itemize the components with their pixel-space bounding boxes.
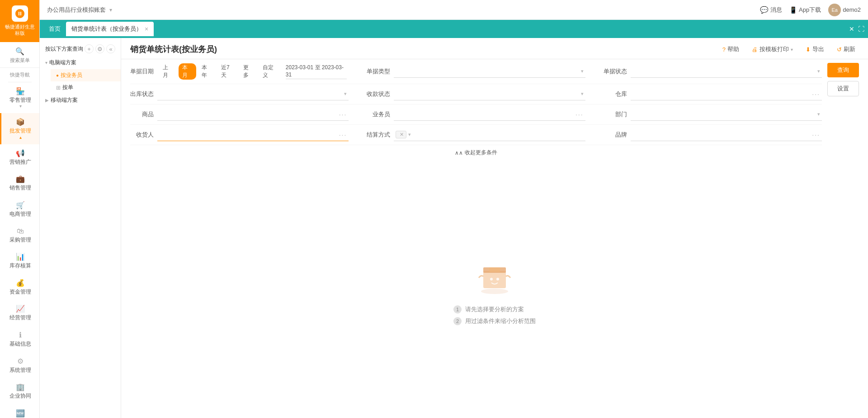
docstatus-input[interactable]: ▾ <box>631 65 822 78</box>
sidebar-item-ecommerce[interactable]: 🛒 电商管理 <box>0 196 39 223</box>
content-area: 按以下方案查询 + ⚙ « ▾ 电脑端方案 ● 按业务员 <box>40 38 868 418</box>
message-btn[interactable]: 💬 消息 <box>760 6 782 14</box>
nav-label: 批发管理 <box>9 128 31 135</box>
outstatus-arrow-icon: ▾ <box>344 91 347 97</box>
warehouse-input[interactable]: ··· <box>631 88 822 100</box>
outstatus-input[interactable]: ▾ <box>157 88 349 100</box>
download-icon: 📱 <box>789 6 797 14</box>
close-window-icon[interactable]: ✕ <box>849 25 854 33</box>
sidebar-item-retail[interactable]: 🏪 零售管理 ▾ <box>0 82 39 114</box>
tab-close-icon[interactable]: × <box>145 26 148 32</box>
settlement-tag: ✕ <box>396 131 406 138</box>
paystatus-label: 收款状态 <box>367 90 394 98</box>
print-dropdown-icon[interactable]: ▾ <box>791 47 793 52</box>
date-tab-custom[interactable]: 自定义 <box>259 63 282 80</box>
tab-maximize: ✕ ⛶ <box>849 25 864 33</box>
print-btn[interactable]: 🖨 按模板打印 ▾ <box>748 43 797 55</box>
sidebar-item-inventory[interactable]: 📊 库存核算 <box>0 248 39 274</box>
hint-num-2: 2 <box>453 317 462 325</box>
header-dropdown[interactable]: ▾ <box>109 7 112 13</box>
salesperson-input[interactable]: ··· <box>394 108 585 121</box>
settlement-input[interactable]: ✕ ▾ <box>394 128 585 141</box>
filter-col-docstatus: 单据状态 ▾ <box>604 65 822 78</box>
shortcut-nav[interactable]: 快捷导航 <box>8 68 32 82</box>
sidebar-item-guide[interactable]: 🆕 新手引导 <box>0 404 39 418</box>
setting-button[interactable]: 设置 <box>827 81 859 96</box>
filter-col-salesperson: 业务员 ··· <box>367 108 585 121</box>
guide-icon: 🆕 <box>16 409 25 418</box>
empty-hints: 1 请先选择要分析的方案 2 用过滤条件来缩小分析范围 <box>453 305 536 325</box>
brand-input[interactable]: ··· <box>631 128 822 141</box>
sidebar-item-basic[interactable]: ℹ 基础信息 <box>0 326 39 352</box>
filter-col-doctype: 单据类型 ▾ <box>367 65 585 78</box>
outstatus-label: 出库状态 <box>130 90 157 98</box>
ecommerce-icon: 🛒 <box>16 201 25 209</box>
tree-node-by-salesperson[interactable]: ● 按业务员 <box>51 69 121 81</box>
filter-col-settlement: 结算方式 ✕ ▾ <box>367 128 585 141</box>
header-left: 办公用品行业模拟账套 ▾ <box>47 6 112 14</box>
paystatus-input[interactable]: ▾ <box>394 88 585 100</box>
tab-home[interactable]: 首页 <box>43 22 66 36</box>
tree-node-pc[interactable]: ▾ 电脑端方案 <box>40 56 121 69</box>
help-btn[interactable]: ? 帮助 <box>719 43 743 55</box>
sidebar-item-marketing[interactable]: 📢 营销推广 <box>0 144 39 171</box>
doctype-arrow-icon: ▾ <box>581 68 584 74</box>
receiver-input[interactable]: ··· <box>157 128 349 141</box>
date-tab-last-month[interactable]: 上月 <box>159 63 177 80</box>
sidebar-logo[interactable]: 畅捷通好生意 标版 <box>0 0 39 42</box>
add-scheme-btn[interactable]: + <box>85 44 94 53</box>
svg-point-0 <box>481 289 508 294</box>
refresh-icon: ↺ <box>837 46 842 53</box>
collapse-btn[interactable]: ∧∧ 收起更多条件 <box>455 149 497 157</box>
logo-text: 畅捷通好生意 标版 <box>3 24 37 37</box>
export-btn[interactable]: ⬇ 导出 <box>802 43 828 55</box>
tree-node-mobile[interactable]: ▶ 移动端方案 <box>40 94 121 107</box>
tab-sales-stat[interactable]: 销货单统计表（按业务员） × <box>66 22 154 36</box>
dept-input[interactable]: ▾ <box>631 108 822 121</box>
nav-label: 营销推广 <box>9 159 31 166</box>
date-label: 单据日期 <box>130 67 157 76</box>
operation-icon: 📈 <box>16 304 25 313</box>
nav-label: 系统管理 <box>9 367 31 374</box>
goods-input[interactable]: ··· <box>157 108 349 121</box>
filter-col-warehouse: 仓库 ··· <box>604 88 822 100</box>
top-header: 办公用品行业模拟账套 ▾ 💬 消息 📱 App下载 Ea demo2 <box>40 0 868 20</box>
sidebar-item-wholesale[interactable]: 📦 批发管理 ▴ <box>0 113 39 144</box>
sidebar-item-operation[interactable]: 📈 经营管理 <box>0 300 39 326</box>
tab-bar: 首页 销货单统计表（按业务员） × ✕ ⛶ <box>40 20 868 38</box>
system-icon: ⚙ <box>17 357 24 366</box>
nav-label: 基础信息 <box>9 341 31 348</box>
setting-scheme-btn[interactable]: ⚙ <box>95 44 104 53</box>
search-icon: 🔍 <box>15 47 24 56</box>
sidebar-item-enterprise[interactable]: 🏢 企业协同 <box>0 378 39 404</box>
query-button[interactable]: 查询 <box>827 63 859 77</box>
date-tab-7days[interactable]: 近7天 <box>217 63 238 80</box>
refresh-btn[interactable]: ↺ 刷新 <box>833 43 859 55</box>
doctype-input[interactable]: ▾ <box>394 65 585 78</box>
filter-col-outstatus: 出库状态 ▾ <box>130 88 349 100</box>
tree-node-by-order[interactable]: ⊞ 按单 <box>51 81 121 94</box>
sidebar-search[interactable]: 🔍 搜索菜单 <box>0 42 39 68</box>
date-tab-more[interactable]: 更多 <box>240 63 257 80</box>
sidebar: 畅捷通好生意 标版 🔍 搜索菜单 快捷导航 🏪 零售管理 ▾ 📦 批发管理 ▴ … <box>0 0 40 418</box>
app-download-btn[interactable]: 📱 App下载 <box>789 6 821 14</box>
sidebar-item-finance[interactable]: 💰 资金管理 <box>0 274 39 300</box>
panel-header-actions: + ⚙ « <box>85 44 115 53</box>
date-tab-this-year[interactable]: 本年 <box>198 63 216 80</box>
date-tab-this-month[interactable]: 本月 <box>179 63 196 80</box>
collapse-row: ∧∧ 收起更多条件 <box>130 145 822 160</box>
settlement-tag-close[interactable]: ✕ <box>400 132 404 138</box>
tree-node-pc-label: 电脑端方案 <box>49 59 115 66</box>
tree-collapse-icon: ▶ <box>45 98 49 103</box>
help-label: 帮助 <box>727 45 739 53</box>
sidebar-item-system[interactable]: ⚙ 系统管理 <box>0 352 39 379</box>
empty-state: 1 请先选择要分析的方案 2 用过滤条件来缩小分析范围 <box>121 160 868 418</box>
empty-hint-2: 2 用过滤条件来缩小分析范围 <box>453 317 536 325</box>
collapse-panel-btn[interactable]: « <box>106 44 115 53</box>
sidebar-item-purchase[interactable]: 🛍 采购管理 <box>0 223 39 248</box>
date-filter-input[interactable]: 上月 本月 本年 近7天 更多 自定义 2023-03-01 至 2023-03… <box>157 63 349 80</box>
user-avatar[interactable]: Ea demo2 <box>828 4 861 16</box>
sidebar-item-sales[interactable]: 💼 销售管理 <box>0 170 39 196</box>
message-icon: 💬 <box>760 6 769 14</box>
maximize-icon[interactable]: ⛶ <box>858 25 864 33</box>
